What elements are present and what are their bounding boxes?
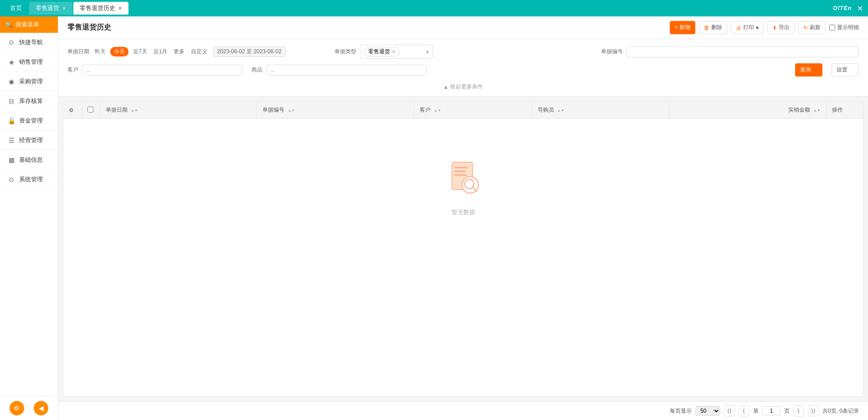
tab-retail-return-history[interactable]: 零售退货历史 ✕ xyxy=(73,2,128,15)
search-icon: 🔍 xyxy=(5,21,13,28)
page-header: 零售退货历史 + 新增 🗑 删除 🖨 打印 ▾ ⬇ 导出 xyxy=(58,16,868,39)
date-filter-field: 单据日期 昨天 今天 近7天 近1月 更多 自定义 2023-06-02 至 2… xyxy=(67,46,325,57)
select-all-checkbox[interactable] xyxy=(87,107,93,113)
page-number-input[interactable] xyxy=(762,406,781,415)
collapse-sidebar-button[interactable]: ◀ xyxy=(34,401,48,415)
tab-retail-return-history-close[interactable]: ✕ xyxy=(118,5,122,11)
sidebar: 🔍 搜索菜单 ⊙ 快捷导航 ◈ 销售管理 ◉ 采购管理 ⊟ 库存核算 🔒 资金管… xyxy=(0,16,58,420)
export-button-label: 导出 xyxy=(779,24,790,31)
page-label: 第 xyxy=(753,407,759,415)
doc-type-tag-close[interactable]: ✕ xyxy=(392,49,395,54)
col-customer[interactable]: 客户 ▲▼ xyxy=(414,102,532,119)
sidebar-item-ops-mgmt[interactable]: ☰ 经营管理 xyxy=(0,131,58,150)
customer-sort-icon: ▲▼ xyxy=(434,108,441,113)
refresh-button-label: 刷新 xyxy=(810,24,821,31)
new-button[interactable]: + 新增 xyxy=(670,21,695,34)
sidebar-item-quick-nav[interactable]: ⊙ 快捷导航 xyxy=(0,33,58,52)
display-toggle-label: 显示明细 xyxy=(837,24,859,31)
date-range-input[interactable]: 2023-06-02 至 2023-06-02 xyxy=(213,46,285,57)
tab-retail-return-close[interactable]: ✕ xyxy=(62,5,66,11)
refresh-button[interactable]: ↻ 刷新 xyxy=(798,21,826,34)
sidebar-item-sales-label: 销售管理 xyxy=(19,58,43,66)
page-next-button[interactable]: ⟩ xyxy=(793,405,804,416)
doc-num-filter-field: 单据编号 xyxy=(601,46,859,57)
content-area: 零售退货历史 + 新增 🗑 删除 🖨 打印 ▾ ⬇ 导出 xyxy=(58,16,868,420)
page-title: 零售退货历史 xyxy=(67,23,670,32)
page-prev-button[interactable]: ⟨ xyxy=(739,405,750,416)
pagination-bar: 每页显示 50 10 20 100 ⟨⟨ ⟨ 第 页 ⟩ ⟩⟩ 共0页, 0条记… xyxy=(58,401,868,420)
sidebar-search[interactable]: 🔍 搜索菜单 xyxy=(0,16,58,33)
col-settings[interactable]: ⚙ xyxy=(63,102,82,119)
goods-filter-field: 商品 xyxy=(252,65,426,76)
col-docnum[interactable]: 单据编号 ▲▼ xyxy=(257,102,414,119)
sidebar-item-finance-mgmt[interactable]: 🔒 资金管理 xyxy=(0,111,58,131)
doc-type-tag-value: 零售退货 xyxy=(368,48,390,56)
date-shortcut-7days[interactable]: 近7天 xyxy=(131,47,149,56)
export-button[interactable]: ⬇ 导出 xyxy=(767,21,795,34)
print-icon: 🖨 xyxy=(736,25,741,31)
goods-input[interactable] xyxy=(266,65,426,76)
finance-icon: 🔒 xyxy=(7,117,15,125)
purchase-icon: ◉ xyxy=(7,77,15,86)
sidebar-item-inventory-label: 库存核算 xyxy=(19,97,43,105)
toolbar: + 新增 🗑 删除 🖨 打印 ▾ ⬇ 导出 ↻ 刷新 xyxy=(670,21,859,34)
sidebar-item-finance-label: 资金管理 xyxy=(19,117,43,125)
print-dropdown-icon: ▾ xyxy=(756,25,759,31)
doc-type-filter-field: 单据类型 零售退货 ✕ ▾ xyxy=(334,45,592,59)
date-shortcut-1month[interactable]: 近1月 xyxy=(152,47,169,56)
sidebar-bottom: ⚙ ◀ xyxy=(0,396,58,420)
col-amount[interactable]: 实销金额 ▲▼ xyxy=(669,102,827,119)
col-date[interactable]: 单据日期 ▲▼ xyxy=(100,102,257,119)
settings-bottom-button[interactable]: ⚙ xyxy=(10,401,24,415)
date-shortcut-more[interactable]: 更多 xyxy=(172,47,186,56)
window-close-button[interactable]: ✕ xyxy=(855,4,864,13)
tab-retail-return[interactable]: 零售退货 ✕ xyxy=(29,2,72,15)
sidebar-item-quick-nav-label: 快捷导航 xyxy=(19,38,43,46)
tab-home[interactable]: 首页 xyxy=(4,2,28,15)
print-button-label: 打印 xyxy=(743,24,754,31)
sidebar-item-inventory[interactable]: ⊟ 库存核算 xyxy=(0,92,58,111)
svg-rect-1 xyxy=(454,167,468,169)
filter-row-1: 单据日期 昨天 今天 近7天 近1月 更多 自定义 2023-06-02 至 2… xyxy=(67,45,859,59)
delete-button[interactable]: 🗑 删除 xyxy=(699,21,727,34)
sidebar-item-base-info[interactable]: ▦ 基础信息 xyxy=(0,150,58,170)
doc-type-dropdown-icon: ▾ xyxy=(426,49,429,55)
sidebar-item-sys-mgmt[interactable]: ⊙ 系统管理 xyxy=(0,170,58,190)
display-toggle[interactable]: 显示明细 xyxy=(829,24,859,31)
print-button[interactable]: 🖨 打印 ▾ xyxy=(731,21,764,34)
brand-text: OfTEn xyxy=(833,5,852,11)
customer-filter-field: 客户 xyxy=(67,65,242,76)
empty-icon xyxy=(441,155,486,201)
page-first-button[interactable]: ⟨⟨ xyxy=(724,405,735,416)
customer-label: 客户 xyxy=(67,66,78,74)
col-guide[interactable]: 导购员 ▲▼ xyxy=(532,102,669,119)
per-page-select[interactable]: 50 10 20 100 xyxy=(695,406,720,416)
customer-input[interactable] xyxy=(82,65,242,76)
display-toggle-checkbox[interactable] xyxy=(829,25,835,31)
collapse-label: 收起更多条件 xyxy=(450,83,483,91)
sidebar-item-sales-mgmt[interactable]: ◈ 销售管理 xyxy=(0,52,58,72)
delete-button-label: 删除 xyxy=(711,24,722,31)
sidebar-search-label: 搜索菜单 xyxy=(15,20,39,29)
sidebar-item-base-info-label: 基础信息 xyxy=(19,156,43,164)
per-page-label: 每页显示 xyxy=(670,407,692,415)
query-button-label: 查询 xyxy=(800,66,811,74)
table-area: ⚙ 单据日期 ▲▼ 单据编号 ▲▼ 客户 xyxy=(63,101,863,397)
main-layout: 🔍 搜索菜单 ⊙ 快捷导航 ◈ 销售管理 ◉ 采购管理 ⊟ 库存核算 🔒 资金管… xyxy=(0,16,868,420)
doc-type-select[interactable]: 零售退货 ✕ ▾ xyxy=(360,45,433,59)
date-shortcut-yesterday[interactable]: 昨天 xyxy=(93,47,108,56)
doc-num-input[interactable] xyxy=(627,46,859,57)
date-filter-label: 单据日期 xyxy=(67,48,89,56)
page-last-button[interactable]: ⟩⟩ xyxy=(808,405,819,416)
collapse-row[interactable]: ▲ 收起更多条件 xyxy=(67,81,859,91)
doc-num-label: 单据编号 xyxy=(601,48,623,56)
settings-filter-button[interactable]: 设置 xyxy=(832,63,859,77)
tab-retail-return-label: 零售退货 xyxy=(36,4,59,12)
base-info-icon: ▦ xyxy=(7,156,15,164)
col-checkbox[interactable] xyxy=(82,102,100,119)
date-shortcut-custom[interactable]: 自定义 xyxy=(189,47,209,56)
empty-text: 暂无数据 xyxy=(452,208,475,216)
sidebar-item-purchase-mgmt[interactable]: ◉ 采购管理 xyxy=(0,72,58,92)
date-shortcut-today[interactable]: 今天 xyxy=(110,47,128,56)
query-button[interactable]: 查询 xyxy=(795,63,822,77)
